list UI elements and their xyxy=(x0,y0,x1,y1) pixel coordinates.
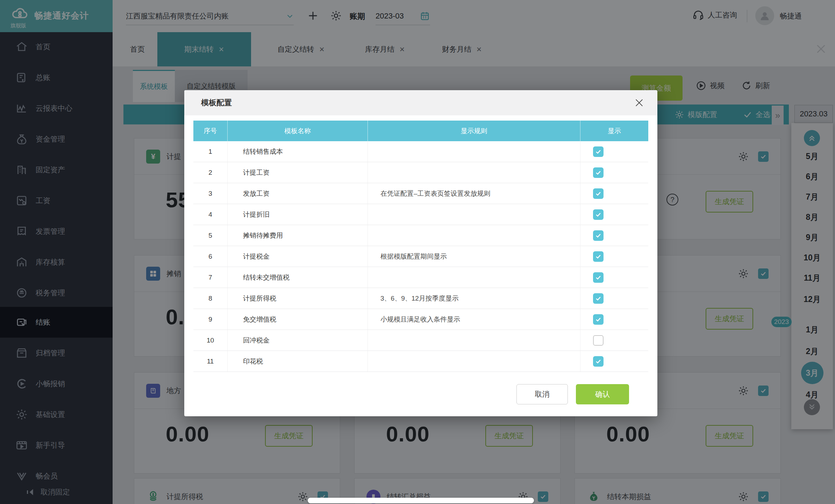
table-row: 2 计提工资 xyxy=(193,162,648,183)
table-row: 1 结转销售成本 xyxy=(193,141,648,162)
row-visible-checkbox[interactable] xyxy=(593,167,604,178)
table-row: 5 摊销待摊费用 xyxy=(193,225,648,246)
table-row: 6 计提税金 根据模版配置期间显示 xyxy=(193,246,648,267)
modal-header: 模板配置 xyxy=(184,90,657,115)
table-header: 序号 模板名称 显示规则 显示 xyxy=(193,121,648,141)
table-row: 11 印花税 xyxy=(193,351,648,372)
row-visible-checkbox[interactable] xyxy=(593,188,604,199)
horizontal-scrollbar[interactable] xyxy=(308,498,534,503)
confirm-button[interactable]: 确认 xyxy=(576,384,629,404)
row-visible-checkbox[interactable] xyxy=(593,335,604,346)
table-row: 10 回冲税金 xyxy=(193,330,648,351)
row-visible-checkbox[interactable] xyxy=(593,230,604,241)
row-visible-checkbox[interactable] xyxy=(593,209,604,220)
table-row: 8 计提所得税 3、6、9、12月按季度显示 xyxy=(193,288,648,309)
close-icon[interactable] xyxy=(634,98,644,108)
template-config-modal: 模板配置 序号 模板名称 显示规则 显示 1 结转销售成本 2 计提工资 3 发… xyxy=(184,90,657,416)
row-visible-checkbox[interactable] xyxy=(593,356,604,367)
modal-title: 模板配置 xyxy=(201,90,232,115)
cancel-button[interactable]: 取消 xyxy=(516,384,568,404)
row-visible-checkbox[interactable] xyxy=(593,146,604,157)
row-visible-checkbox[interactable] xyxy=(593,251,604,262)
row-visible-checkbox[interactable] xyxy=(593,314,604,325)
table-row: 3 发放工资 在凭证配置–工资表页签设置发放规则 xyxy=(193,183,648,204)
table-row: 4 计提折旧 xyxy=(193,204,648,225)
row-visible-checkbox[interactable] xyxy=(593,293,604,304)
row-visible-checkbox[interactable] xyxy=(593,272,604,283)
table-row: 9 免交增值税 小规模且满足收入条件显示 xyxy=(193,309,648,330)
template-table: 序号 模板名称 显示规则 显示 1 结转销售成本 2 计提工资 3 发放工资 在… xyxy=(193,121,648,372)
table-row: 7 结转未交增值税 xyxy=(193,267,648,288)
